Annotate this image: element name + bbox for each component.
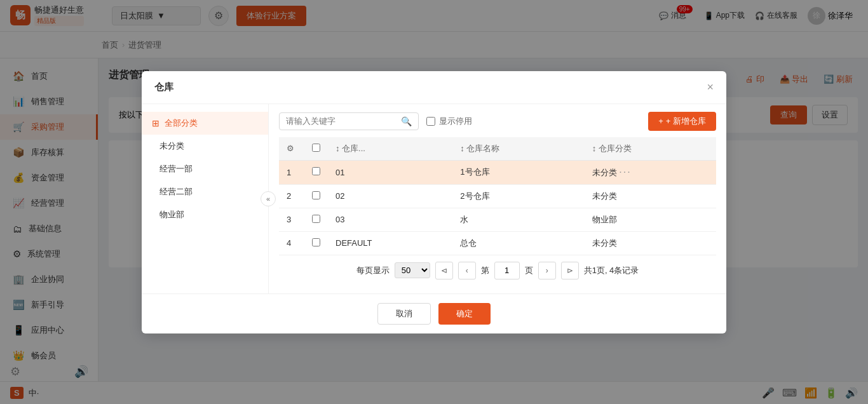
table-row[interactable]: 3 03 水 物业部 bbox=[279, 208, 716, 231]
show-disabled-label: 显示停用 bbox=[439, 116, 472, 127]
page-suffix: 页 bbox=[525, 265, 533, 276]
cell-name: 2号仓库 bbox=[452, 184, 584, 208]
cell-category: 未分类 ··· bbox=[585, 160, 716, 184]
row-checkbox[interactable] bbox=[312, 238, 320, 246]
cell-num: 4 bbox=[279, 231, 304, 255]
show-disabled-checkbox[interactable] bbox=[426, 117, 435, 126]
col-category: ↕ 仓库分类 bbox=[585, 137, 716, 161]
prev-page-button[interactable]: ‹ bbox=[458, 262, 476, 279]
per-page-label: 每页显示 bbox=[356, 265, 390, 276]
cancel-button[interactable]: 取消 bbox=[377, 303, 431, 325]
category-item-uncat[interactable]: 未分类 bbox=[142, 135, 268, 158]
col-settings-icon: ⚙ bbox=[287, 144, 294, 153]
table-header: ⚙ ↕ 仓库... ↕ 仓库名称 bbox=[279, 137, 716, 161]
row-checkbox[interactable] bbox=[312, 191, 320, 199]
toolbar-left: 🔍 显示停用 bbox=[279, 112, 472, 130]
table-row[interactable]: 2 02 2号仓库 未分类 bbox=[279, 184, 716, 208]
cell-code: 03 bbox=[328, 208, 452, 231]
modal-header: 仓库 × bbox=[142, 71, 726, 104]
cell-num: 1 bbox=[279, 160, 304, 184]
category-all-label: 全部分类 bbox=[165, 118, 198, 129]
select-all-checkbox[interactable] bbox=[312, 144, 320, 152]
category-item-dept1[interactable]: 经营一部 bbox=[142, 158, 268, 180]
table-scroll-area: ⚙ ↕ 仓库... ↕ 仓库名称 bbox=[279, 137, 716, 255]
last-page-button[interactable]: ⊳ bbox=[561, 262, 579, 279]
table-area: 🔍 显示停用 + + 新增仓库 bbox=[269, 104, 726, 293]
cell-name: 水 bbox=[452, 208, 584, 231]
warehouse-modal: 仓库 × ⊞ 全部分类 未分类 经营一部 经营二部 bbox=[142, 71, 726, 333]
col-code: ↕ 仓库... bbox=[328, 137, 452, 161]
page-number-input[interactable] bbox=[494, 262, 520, 279]
table-body: 1 01 1号仓库 未分类 ··· 2 bbox=[279, 160, 716, 255]
grid-icon: ⊞ bbox=[152, 118, 159, 128]
category-sidebar: ⊞ 全部分类 未分类 经营一部 经营二部 物业部 « bbox=[142, 104, 269, 293]
cell-category: 未分类 bbox=[585, 184, 716, 208]
modal-body: ⊞ 全部分类 未分类 经营一部 经营二部 物业部 « bbox=[142, 104, 726, 293]
cell-category: 物业部 bbox=[585, 208, 716, 231]
add-icon: + bbox=[658, 116, 663, 126]
pagination-bar: 每页显示 50 10 20 100 ⊲ ‹ 第 页 › ⊳ 共1页, 4条记录 bbox=[279, 255, 716, 286]
show-disabled-toggle: 显示停用 bbox=[426, 116, 472, 127]
modal-overlay: 仓库 × ⊞ 全部分类 未分类 经营一部 经营二部 bbox=[0, 0, 868, 404]
category-all-item[interactable]: ⊞ 全部分类 bbox=[142, 112, 268, 135]
cell-check bbox=[304, 231, 328, 255]
table-row[interactable]: 4 DEFAULT 总仓 未分类 bbox=[279, 231, 716, 255]
cell-name: 1号仓库 bbox=[452, 160, 584, 184]
collapse-sidebar-button[interactable]: « bbox=[261, 191, 276, 206]
per-page-select[interactable]: 50 10 20 100 bbox=[395, 262, 430, 278]
cell-check bbox=[304, 184, 328, 208]
cell-code: 02 bbox=[328, 184, 452, 208]
total-records: 共1页, 4条记录 bbox=[584, 265, 639, 276]
modal-title: 仓库 bbox=[154, 81, 173, 93]
modal-close-button[interactable]: × bbox=[707, 81, 714, 93]
confirm-button[interactable]: 确定 bbox=[438, 303, 491, 325]
row-actions[interactable]: ··· bbox=[619, 166, 631, 177]
cell-check bbox=[304, 208, 328, 231]
chevron-left-icon: « bbox=[266, 195, 270, 203]
page-label: 第 bbox=[481, 265, 489, 276]
cell-num: 3 bbox=[279, 208, 304, 231]
cell-category: 未分类 bbox=[585, 231, 716, 255]
search-input[interactable] bbox=[286, 116, 397, 126]
search-box: 🔍 bbox=[279, 112, 419, 130]
first-page-button[interactable]: ⊲ bbox=[435, 262, 453, 279]
table-toolbar: 🔍 显示停用 + + 新增仓库 bbox=[279, 112, 716, 131]
add-warehouse-button[interactable]: + + 新增仓库 bbox=[648, 112, 716, 131]
next-page-button[interactable]: › bbox=[538, 262, 556, 279]
col-name: ↕ 仓库名称 bbox=[452, 137, 584, 161]
cell-num: 2 bbox=[279, 184, 304, 208]
cell-name: 总仓 bbox=[452, 231, 584, 255]
modal-footer: 取消 确定 bbox=[142, 293, 726, 333]
col-settings: ⚙ bbox=[279, 137, 304, 161]
warehouse-table: ⚙ ↕ 仓库... ↕ 仓库名称 bbox=[279, 137, 716, 255]
cell-check bbox=[304, 160, 328, 184]
cell-code: DEFAULT bbox=[328, 231, 452, 255]
row-checkbox[interactable] bbox=[312, 167, 320, 175]
row-checkbox[interactable] bbox=[312, 215, 320, 223]
search-icon: 🔍 bbox=[401, 116, 412, 126]
category-item-dept2[interactable]: 经营二部 bbox=[142, 180, 268, 203]
category-item-prop[interactable]: 物业部 bbox=[142, 203, 268, 226]
cell-code: 01 bbox=[328, 160, 452, 184]
col-checkbox bbox=[304, 137, 328, 161]
table-row[interactable]: 1 01 1号仓库 未分类 ··· bbox=[279, 160, 716, 184]
